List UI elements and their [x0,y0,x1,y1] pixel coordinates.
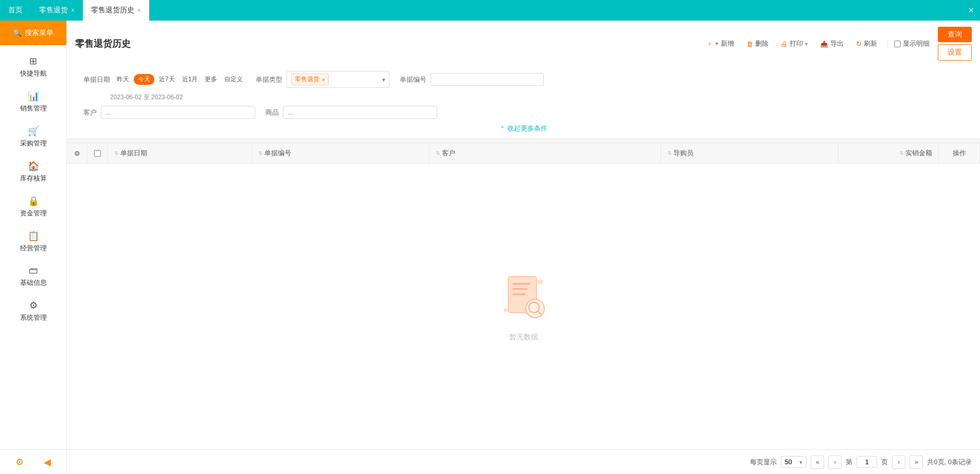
filter-area: 单据日期 昨天 今天 近7天 近1月 更多 自定义 单据类型 [75,66,972,138]
customer-input[interactable] [101,106,255,119]
filter-row-2: 客户 商品 [83,106,964,119]
date-buttons: 昨天 今天 近7天 近1月 更多 自定义 [114,74,245,85]
last-page-button[interactable]: » [910,455,923,469]
per-page-select[interactable]: 20 50 100 [781,456,807,468]
empty-text: 暂无数据 [509,333,538,342]
next-page-button[interactable]: › [892,455,905,469]
top-bar: 首页 零售退货 × 零售退货历史 × × [0,0,980,21]
date-btn-custom[interactable]: 自定义 [222,74,245,85]
sidebar-item-business[interactable]: 📋 经营管理 [0,224,66,259]
delete-icon: 🗑 [746,40,753,48]
select-all-checkbox[interactable] [94,150,101,157]
basic-info-icon: 🗃 [29,265,38,276]
voucher-type-filter: 单据类型 零售退货 × ▾ [256,71,389,88]
print-icon: 🖨 [781,40,788,48]
sales-icon: 📊 [28,90,39,102]
sidebar-item-purchase-mgmt[interactable]: 🛒 采购管理 [0,119,66,154]
th-amount[interactable]: ⇅ 实销金额 [839,143,939,163]
voucher-number-input[interactable] [431,73,544,86]
th-checkbox[interactable] [87,143,108,163]
page-label: 第 [846,458,852,467]
svg-rect-3 [512,293,525,295]
export-button[interactable]: 📤 导出 [816,37,848,50]
svg-point-7 [538,279,543,284]
display-switch[interactable]: 显示明细 [894,39,930,48]
sys-icon: ⚙ [29,300,38,311]
date-btn-yesterday[interactable]: 昨天 [114,74,132,85]
per-page-label: 每页显示 [750,458,777,467]
purchase-icon: 🛒 [28,125,39,137]
page-number-input[interactable] [857,456,877,468]
toolbar-divider [887,40,888,48]
total-text: 共0页, 0条记录 [927,458,972,467]
page-header: 零售退货历史 ＋ + 新增 🗑 删除 🖨 打印 ▾ [67,21,980,139]
window-close-button[interactable]: × [968,5,974,16]
close-retail-return-tab[interactable]: × [71,7,75,14]
add-icon: ＋ [706,39,713,48]
th-action: 操作 [939,143,980,163]
tab-home[interactable]: 首页 [0,0,31,21]
collapse-icon: ⌃ [500,125,505,133]
page-title-row: 零售退货历史 ＋ + 新增 🗑 删除 🖨 打印 ▾ [75,27,972,61]
th-customer[interactable]: ⇅ 客户 [430,143,662,163]
date-btn-7days[interactable]: 近7天 [156,74,177,85]
goods-input[interactable] [283,106,437,119]
date-btn-1month[interactable]: 近1月 [180,74,201,85]
print-button[interactable]: 🖨 打印 ▾ [777,37,812,50]
query-button[interactable]: 查询 [938,27,972,42]
content-area: 零售退货历史 ＋ + 新增 🗑 删除 🖨 打印 ▾ [67,21,980,474]
date-btn-today[interactable]: 今天 [134,74,154,85]
th-date[interactable]: ⇅ 单据日期 [108,143,252,163]
quick-nav-icon: ⊞ [29,56,37,67]
voucher-type-tag: 零售退货 × [291,74,328,85]
date-filter: 单据日期 昨天 今天 近7天 近1月 更多 自定义 [83,74,245,85]
date-range-row: 2023-06-02 至 2023-06-02 [83,93,964,102]
close-retail-return-history-tab[interactable]: × [137,7,141,14]
sidebar-search[interactable]: 🔍 搜索菜单 [0,21,66,45]
goods-filter: 商品 [265,106,437,119]
sort-icon-date: ⇅ [114,151,118,156]
voucher-type-tag-close[interactable]: × [322,77,325,83]
table-header: ⚙ ⇅ 单据日期 ⇅ 单据编号 ⇅ 客户 ⇅ [67,143,980,163]
main-layout: 🔍 搜索菜单 ⊞ 快捷导航 📊 销售管理 🛒 采购管理 🏠 库存核算 🔒 [0,21,980,474]
th-settings[interactable]: ⚙ [67,143,87,163]
first-page-button[interactable]: « [811,455,824,469]
sidebar-items: ⊞ 快捷导航 📊 销售管理 🛒 采购管理 🏠 库存核算 🔒 资金管理 📋 [0,45,66,449]
add-button[interactable]: ＋ + 新增 [702,37,738,50]
svg-rect-1 [512,283,530,285]
svg-point-8 [504,308,508,312]
collapse-button[interactable]: ⌃ 收起更多条件 [500,124,547,133]
sidebar-item-finance[interactable]: 🔒 资金管理 [0,189,66,224]
display-checkbox[interactable] [894,41,901,47]
tab-retail-return-history[interactable]: 零售退货历史 × [83,0,149,21]
sidebar-item-inventory[interactable]: 🏠 库存核算 [0,154,66,189]
delete-button[interactable]: 🗑 删除 [742,37,773,50]
per-page-wrapper: 20 50 100 [781,456,807,468]
voucher-type-select[interactable]: 零售退货 × [287,71,389,88]
refresh-button[interactable]: ↻ 刷新 [852,37,881,50]
sidebar-item-sys-mgmt[interactable]: ⚙ 系统管理 [0,294,66,329]
empty-icon [498,271,549,324]
sidebar-collapse-button[interactable]: ◀ [44,457,51,468]
settings-button[interactable]: 设置 [938,44,972,61]
tab-retail-return[interactable]: 零售退货 × [31,0,83,21]
th-number[interactable]: ⇅ 单据编号 [252,143,429,163]
business-icon: 📋 [28,230,39,242]
pagination-bar: 每页显示 20 50 100 « ‹ 第 页 › » 共0页, 0条记录 [67,449,980,474]
th-guide[interactable]: ⇅ 导购员 [661,143,838,163]
sidebar-item-quick-nav[interactable]: ⊞ 快捷导航 [0,49,66,84]
page-title: 零售退货历史 [75,38,131,50]
sidebar: 🔍 搜索菜单 ⊞ 快捷导航 📊 销售管理 🛒 采购管理 🏠 库存核算 🔒 [0,21,67,474]
filter-row-1: 单据日期 昨天 今天 近7天 近1月 更多 自定义 单据类型 [83,71,964,88]
sidebar-item-basic-info[interactable]: 🗃 基础信息 [0,259,66,294]
prev-page-button[interactable]: ‹ [828,455,842,469]
sidebar-item-sales-mgmt[interactable]: 📊 销售管理 [0,84,66,119]
voucher-number-filter: 单据编号 [400,73,544,86]
tab-list: 首页 零售退货 × 零售退货历史 × [0,0,968,21]
date-range-display: 2023-06-02 至 2023-06-02 [110,93,183,102]
sidebar-settings-button[interactable]: ⚙ [15,457,24,468]
date-btn-more[interactable]: 更多 [202,74,220,85]
voucher-type-wrapper: 零售退货 × ▾ [287,71,389,88]
table-area: ⚙ ⇅ 单据日期 ⇅ 单据编号 ⇅ 客户 ⇅ [67,143,980,474]
sort-icon-amount: ⇅ [899,151,903,156]
